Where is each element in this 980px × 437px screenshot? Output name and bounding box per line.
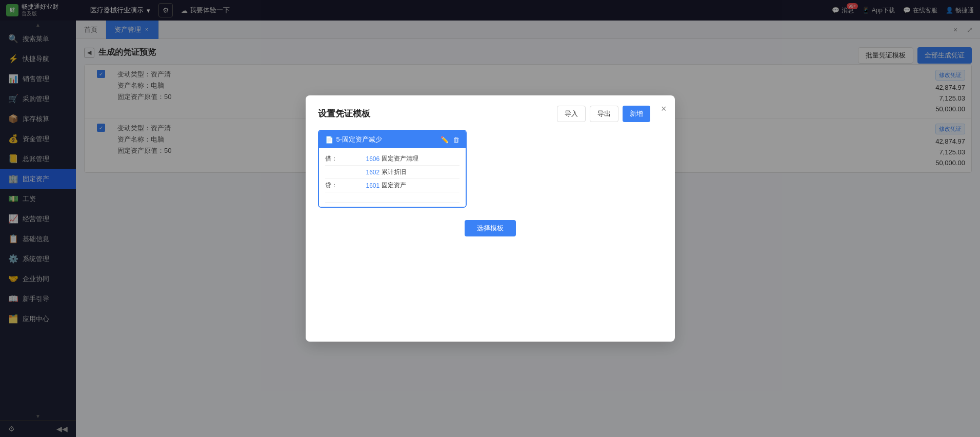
import-btn[interactable]: 导入 [557,106,586,122]
template-doc-icon: 📄 [325,136,333,144]
template-debit-line2: 1602 累计折旧 [325,166,459,179]
template-delete-icon[interactable]: 🗑 [453,136,459,144]
template-edit-icon[interactable]: ✏️ [441,136,449,144]
template-card-header: 📄 5-固定资产减少 ✏️ 🗑 [319,131,466,148]
modal-close-btn[interactable]: × [661,104,667,114]
template-card: 📄 5-固定资产减少 ✏️ 🗑 借： 1606 固定资产清理 1602 累计折 [318,130,467,208]
debit-name2: 累计折旧 [382,168,406,176]
template-card-header-actions: ✏️ 🗑 [441,136,459,144]
export-btn[interactable]: 导出 [590,106,618,122]
template-name: 5-固定资产减少 [336,135,383,144]
template-empty-row [325,192,459,203]
debit-label1: 借： [325,154,366,163]
debit-name1: 固定资产清理 [382,154,418,163]
modal-overlay: × 设置凭证模板 导入 导出 新增 📄 5-固定资产减少 ✏️ 🗑 [0,0,980,437]
modal-set-template: × 设置凭证模板 导入 导出 新增 📄 5-固定资产减少 ✏️ 🗑 [306,95,675,342]
credit-label1: 贷： [325,181,366,190]
modal-toolbar: 导入 导出 新增 [557,106,650,122]
credit-name1: 固定资产 [382,181,406,190]
new-template-btn[interactable]: 新增 [623,106,650,122]
credit-code1: 1601 [366,182,380,189]
template-card-header-left: 📄 5-固定资产减少 [325,135,383,144]
template-credit-line1: 贷： 1601 固定资产 [325,179,459,192]
select-template-wrapper: 选择模板 [318,216,663,236]
select-template-btn[interactable]: 选择模板 [465,220,516,236]
debit-code1: 1606 [366,155,380,163]
template-debit-line1: 借： 1606 固定资产清理 [325,152,459,166]
modal-title: 设置凭证模板 [318,108,370,120]
debit-code2: 1602 [366,169,380,176]
template-card-body: 借： 1606 固定资产清理 1602 累计折旧 贷： 1601 固定资产 [319,148,466,207]
